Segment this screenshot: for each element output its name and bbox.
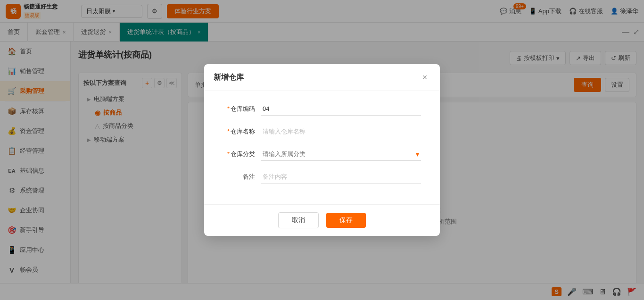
warehouse-code-row: *仓库编码 (223, 102, 421, 116)
modal-close-button[interactable]: × (419, 72, 430, 83)
note-label: 备注 (223, 173, 261, 181)
modal-body: *仓库编码 *仓库名称 *仓库分类 ▾ (204, 91, 440, 204)
warehouse-category-input[interactable] (261, 148, 421, 160)
warehouse-category-wrapper: ▾ (261, 148, 421, 161)
new-warehouse-modal: 新增仓库 × *仓库编码 *仓库名称 *仓库分类 (204, 64, 440, 236)
warehouse-name-input[interactable] (261, 125, 421, 138)
warehouse-code-label: *仓库编码 (223, 105, 261, 113)
modal-title: 新增仓库 (214, 73, 244, 83)
warehouse-category-row: *仓库分类 ▾ (223, 148, 421, 161)
warehouse-code-input[interactable] (261, 102, 421, 116)
category-dropdown-arrow: ▾ (416, 150, 419, 158)
warehouse-name-row: *仓库名称 (223, 125, 421, 138)
note-input[interactable] (261, 170, 421, 183)
cancel-button[interactable]: 取消 (278, 212, 319, 228)
warehouse-name-label: *仓库名称 (223, 127, 261, 136)
warehouse-category-label: *仓库分类 (223, 150, 261, 158)
note-row: 备注 (223, 170, 421, 183)
modal-header: 新增仓库 × (204, 64, 440, 91)
modal-overlay[interactable]: 新增仓库 × *仓库编码 *仓库名称 *仓库分类 (0, 0, 644, 300)
save-button[interactable]: 保存 (326, 213, 366, 228)
modal-footer: 取消 保存 (204, 204, 440, 236)
